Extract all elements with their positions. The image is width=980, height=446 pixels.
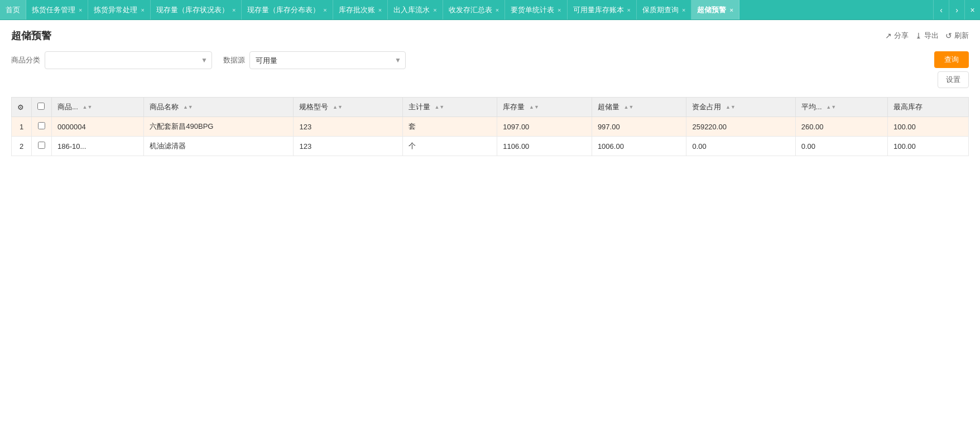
nav-avail-stock[interactable]: 可用量库存账本 × [568,0,637,20]
nav-recv-send[interactable]: 收发存汇总表 × [443,0,505,20]
row-maxstock: 100.00 [888,117,969,137]
row-stock: 1097.00 [497,117,592,137]
sort-icon: ▲▼ [333,105,343,110]
nav-pick-exception[interactable]: 拣货异常处理 × [88,0,150,20]
settings-gear-header[interactable]: ⚙ [12,98,32,117]
row-unit: 个 [402,137,497,156]
nav-arrow-right-button[interactable]: › [949,0,964,20]
nav-arrow-left-button[interactable]: ‹ [933,0,949,20]
sort-icon: ▲▼ [183,105,193,110]
datasource-select-wrapper: 可用量 库存量 ▼ [249,51,406,69]
sort-icon: ▲▼ [624,105,634,110]
row-stock: 1106.00 [497,137,592,156]
row-overstock: 997.00 [592,117,686,137]
sort-icon: ▲▼ [726,105,736,110]
category-label: 商品分类 [11,55,40,65]
close-icon[interactable]: × [496,7,499,13]
page-title: 超储预警 [11,29,51,42]
checkbox-header[interactable] [32,98,52,117]
refresh-action[interactable]: ↺ 刷新 [945,31,969,41]
row-maxstock: 100.00 [888,137,969,156]
category-select-wrapper: ▼ [45,51,212,69]
row-name: 机油滤清器 [144,137,294,156]
nav-batch-account[interactable]: 库存批次账 × [333,0,388,20]
close-icon[interactable]: × [79,7,82,13]
row-capital: 0.00 [686,137,795,156]
table-row: 1 0000004 六配套新昌490BPG 123 套 1097.00 997.… [12,117,969,137]
category-filter: 商品分类 ▼ [11,51,212,69]
col-name-header[interactable]: 商品名称 ▲▼ [144,98,294,117]
col-unit-header[interactable]: 主计量 ▲▼ [402,98,497,117]
nav-overstock[interactable]: 超储预警 × [691,0,739,20]
export-icon: ⤓ [915,31,922,40]
category-select[interactable] [45,51,212,69]
row-spec: 123 [294,117,402,137]
nav-close-button[interactable]: × [964,0,980,20]
row-index: 2 [12,137,32,156]
sort-icon: ▲▼ [826,105,836,110]
datasource-select[interactable]: 可用量 库存量 [249,51,406,69]
close-icon[interactable]: × [558,7,561,13]
close-icon[interactable]: × [323,7,326,13]
row-index: 1 [12,117,32,137]
close-icon[interactable]: × [682,7,685,13]
sort-icon: ▲▼ [529,105,539,110]
table-row: 2 186-10... 机油滤清器 123 个 1106.00 1006.00 … [12,137,969,156]
nav-home[interactable]: 首页 [0,0,26,20]
action-buttons: 查询 设置 [934,51,969,88]
refresh-icon: ↺ [945,31,952,40]
header-actions: ↗ 分享 ⤓ 导出 ↺ 刷新 [885,31,969,41]
gear-icon: ⚙ [17,103,24,112]
filter-section: 商品分类 ▼ 数据源 可用量 库存量 ▼ 查询 设置 [11,51,969,88]
col-capital-header[interactable]: 资金占用 ▲▼ [686,98,795,117]
page-content: 超储预警 ↗ 分享 ⤓ 导出 ↺ 刷新 商品分类 ▼ [0,20,980,446]
select-all-checkbox[interactable] [37,103,45,110]
col-maxstock-header[interactable]: 最高库存 [888,98,969,117]
settings-button[interactable]: 设置 [938,71,969,88]
datasource-filter: 数据源 可用量 库存量 ▼ [223,51,406,69]
col-avg-header[interactable]: 平均... ▲▼ [795,98,887,117]
sort-icon: ▲▼ [82,105,92,110]
col-code-header[interactable]: 商品... ▲▼ [52,98,144,117]
row-code: 0000004 [52,117,144,137]
nav-stock-dist[interactable]: 现存量（库存分布表） × [242,0,333,20]
row-avg: 260.00 [795,117,887,137]
top-navigation: 首页 拣货任务管理 × 拣货异常处理 × 现存量（库存状况表） × 现存量（库存… [0,0,980,20]
query-button[interactable]: 查询 [934,51,969,68]
share-icon: ↗ [885,31,892,40]
export-action[interactable]: ⤓ 导出 [915,31,939,41]
row-unit: 套 [402,117,497,137]
row-overstock: 1006.00 [592,137,686,156]
nav-stock-status[interactable]: 现存量（库存状况表） × [151,0,242,20]
row-checkbox-cell[interactable] [32,117,52,137]
sort-icon: ▲▼ [434,105,444,110]
nav-order-stat[interactable]: 要货单统计表 × [505,0,567,20]
row-checkbox[interactable] [38,142,45,149]
page-header: 超储预警 ↗ 分享 ⤓ 导出 ↺ 刷新 [11,29,969,42]
row-capital: 259220.00 [686,117,795,137]
col-overstock-header[interactable]: 超储量 ▲▼ [592,98,686,117]
nav-pick-task[interactable]: 拣货任务管理 × [26,0,88,20]
share-action[interactable]: ↗ 分享 [885,31,909,41]
col-stock-header[interactable]: 库存量 ▲▼ [497,98,592,117]
row-name: 六配套新昌490BPG [144,117,294,137]
row-spec: 123 [294,137,402,156]
row-checkbox-cell[interactable] [32,137,52,156]
row-checkbox[interactable] [38,122,45,129]
row-avg: 0.00 [795,137,887,156]
nav-arrow-group: ‹ › × [933,0,980,20]
close-icon[interactable]: × [232,7,236,13]
nav-shelf-life[interactable]: 保质期查询 × [637,0,691,20]
nav-inout-flow[interactable]: 出入库流水 × [388,0,443,20]
datasource-label: 数据源 [223,55,245,65]
data-table: ⚙ 商品... ▲▼ 商品名称 ▲▼ 规格型号 ▲▼ 主计 [11,97,969,156]
close-icon[interactable]: × [378,7,382,13]
close-icon[interactable]: × [141,7,144,13]
close-icon[interactable]: × [433,7,436,13]
row-code: 186-10... [52,137,144,156]
close-icon[interactable]: × [627,7,631,13]
close-icon[interactable]: × [729,7,733,13]
col-spec-header[interactable]: 规格型号 ▲▼ [294,98,402,117]
